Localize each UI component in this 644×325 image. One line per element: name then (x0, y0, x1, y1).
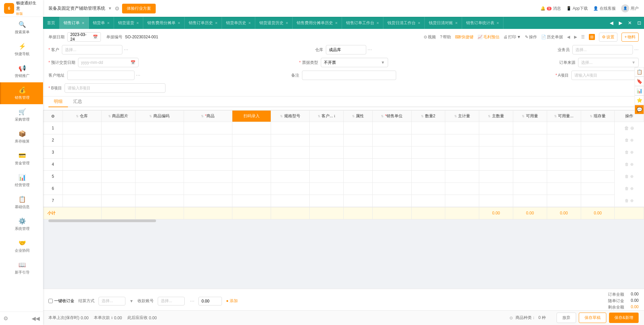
cell-attr-2[interactable] (343, 134, 372, 146)
notification-item[interactable]: 🔔 9 消息 (540, 6, 561, 11)
a-project-input[interactable]: 请输入A项目 (571, 71, 639, 80)
tab-sales-invoice[interactable]: 销货单 ✕ (89, 17, 114, 29)
salesperson-dots[interactable]: ··· (634, 47, 639, 53)
tab-prev-btn[interactable]: ◀ (607, 17, 616, 29)
cell-cust-code-1[interactable] (310, 122, 344, 134)
delete-icon-2[interactable]: 🗑 (625, 138, 629, 143)
tab-close-icon[interactable]: ✕ (178, 21, 180, 25)
b-project-input[interactable]: 请输入B项目 (65, 83, 165, 93)
nav-enterprise[interactable]: 🤝 企业协同 (0, 235, 43, 257)
cell-spec-2[interactable] (271, 134, 309, 146)
float-icon-2[interactable]: 🔖 (635, 77, 644, 86)
payment-method-select[interactable]: 选择... (99, 297, 125, 306)
tab-sales-order[interactable]: 销售订单 ✕ (60, 17, 89, 29)
discard-btn[interactable]: 放弃 (557, 313, 576, 323)
cell-cust-2[interactable] (310, 134, 344, 146)
app-download-item[interactable]: 📱 App下载 (566, 6, 588, 11)
tab-summary[interactable]: 汇总 (68, 96, 87, 107)
float-icon-3[interactable]: 📊 (635, 86, 644, 95)
cell-img-2[interactable] (101, 134, 135, 146)
cell-avail2-2[interactable] (547, 134, 581, 146)
cell-stock-2[interactable] (581, 134, 615, 146)
tab-detail[interactable]: 明细 (48, 96, 68, 107)
tab-close-icon[interactable]: ✕ (376, 21, 379, 25)
tab-close-icon[interactable]: ✕ (455, 21, 458, 25)
cell-code-2[interactable] (135, 134, 184, 146)
cell-attr-1[interactable] (343, 122, 372, 134)
date-picker[interactable]: 2023-03-24 📅 (67, 32, 101, 42)
cell-main-qty-1[interactable] (479, 122, 513, 134)
cell-main-unit-2[interactable] (445, 134, 479, 146)
settings-btn[interactable]: ⚙ 设置 (599, 33, 617, 42)
tab-close-icon[interactable]: ✕ (136, 21, 139, 25)
tab-close-icon[interactable]: ✕ (418, 21, 420, 25)
cell-img-1[interactable] (101, 122, 135, 134)
cell-avail2-1[interactable] (547, 122, 581, 134)
cell-qty2-1[interactable] (411, 122, 445, 134)
print-btn[interactable]: 🖨 打印 ▼ (503, 34, 521, 40)
tab-next-btn[interactable]: ▶ (616, 17, 625, 29)
nav-inventory[interactable]: 📦 库存核算 (0, 126, 43, 148)
customer-address-input[interactable] (67, 71, 135, 80)
cell-warehouse-2[interactable] (63, 134, 101, 146)
user-avatar-item[interactable]: 👤 用户 (621, 4, 639, 12)
cell-avail-1[interactable] (513, 122, 547, 134)
help-btn[interactable]: ? 帮助 (440, 34, 451, 40)
tab-order-workbench[interactable]: 销售订单工作台 ✕ (342, 17, 383, 29)
cell-warehouse-1[interactable] (63, 122, 101, 134)
tab-home[interactable]: 首页 (43, 17, 60, 29)
nav-purchase[interactable]: 🛒 采购管理 (0, 104, 43, 126)
one-click-checkbox[interactable] (48, 299, 53, 303)
profit-btn[interactable]: 📈 毛利预估 (478, 34, 499, 40)
settings-col-icon[interactable]: ⚙ (51, 114, 55, 119)
order-source-select[interactable]: 选择... ▼ (578, 58, 639, 67)
tab-close-icon[interactable]: ✕ (248, 21, 251, 25)
tab-close-icon[interactable]: ✕ (82, 21, 84, 25)
scrollbar-area[interactable] (43, 219, 644, 222)
warehouse-input[interactable]: 成品库 (326, 45, 366, 54)
tab-invoice-history[interactable]: 销货单历史 ✕ (222, 17, 255, 29)
note-input[interactable] (302, 71, 396, 80)
one-click-payment-item[interactable]: 一键收订金 (48, 298, 74, 304)
nav-prev-icon[interactable]: ◀ (567, 35, 570, 39)
delete-icon-1[interactable]: 🗑 (624, 125, 629, 131)
nav-base-info[interactable]: 📋 基础信息 (0, 192, 43, 213)
copy-icon-1[interactable]: ⊕ (630, 125, 634, 131)
tab-close-icon[interactable]: ✕ (286, 21, 288, 25)
cell-main-unit-1[interactable] (445, 122, 479, 134)
card-view-icon[interactable]: ⊞ (589, 34, 595, 40)
tab-return[interactable]: 销货退货 ✕ (114, 17, 143, 29)
receipt-account-select[interactable]: 选择... (158, 297, 185, 306)
tab-close-icon[interactable]: ✕ (335, 21, 338, 25)
float-icon-4[interactable]: ⭐ (635, 95, 644, 105)
settings-bottom-icon[interactable]: ⚙ (3, 315, 8, 322)
tab-daily-workbench[interactable]: 钱货日清工作台 ✕ (383, 17, 425, 29)
collapse-icon[interactable]: ◀◀ (32, 315, 40, 322)
cell-code-1[interactable] (135, 122, 184, 134)
col-scan[interactable]: 扫码录入 (232, 111, 271, 122)
cell-unit-1[interactable] (373, 122, 411, 134)
tab-order-history[interactable]: 销售订单历史 ✕ (185, 17, 222, 29)
cell-avail-2[interactable] (513, 134, 547, 146)
invoice-type-select[interactable]: 不开票 ▼ (321, 58, 388, 67)
settings-header-icon[interactable]: ⚙ (115, 5, 119, 12)
nav-quick[interactable]: ⚡ 快捷导航 (0, 39, 43, 60)
warehouse-dots[interactable]: ··· (368, 47, 372, 53)
nav-next-icon[interactable]: ▶ (574, 35, 577, 39)
view-btn[interactable]: ⊙ 视频 (424, 34, 436, 40)
tab-close-icon[interactable]: ✕ (496, 21, 499, 25)
nav-marketing[interactable]: 📢 营销推广 (0, 60, 43, 82)
online-service-item[interactable]: 👤 在线客服 (593, 6, 616, 11)
nav-search[interactable]: 🔍 搜索菜单 (0, 17, 43, 39)
save-new-btn[interactable]: 保存&新增 (609, 313, 639, 323)
cell-scan-2[interactable] (232, 134, 271, 146)
tab-close-icon[interactable]: ✕ (215, 21, 218, 25)
shortcut-btn[interactable]: ⌨ 快捷键 (455, 34, 473, 40)
float-icon-5[interactable]: 💬 (635, 105, 644, 114)
nav-finance[interactable]: 💳 资金管理 (0, 148, 43, 170)
copy-icon-2[interactable]: ⊕ (630, 138, 634, 143)
tab-expense-history[interactable]: 销售费用分摊单历史 ✕ (293, 17, 342, 29)
operation-btn[interactable]: ✎ 操作 (525, 34, 537, 40)
nav-system[interactable]: ⚙️ 系统管理 (0, 213, 43, 235)
tab-daily-reconcile[interactable]: 钱货日清对账 ✕ (425, 17, 462, 29)
